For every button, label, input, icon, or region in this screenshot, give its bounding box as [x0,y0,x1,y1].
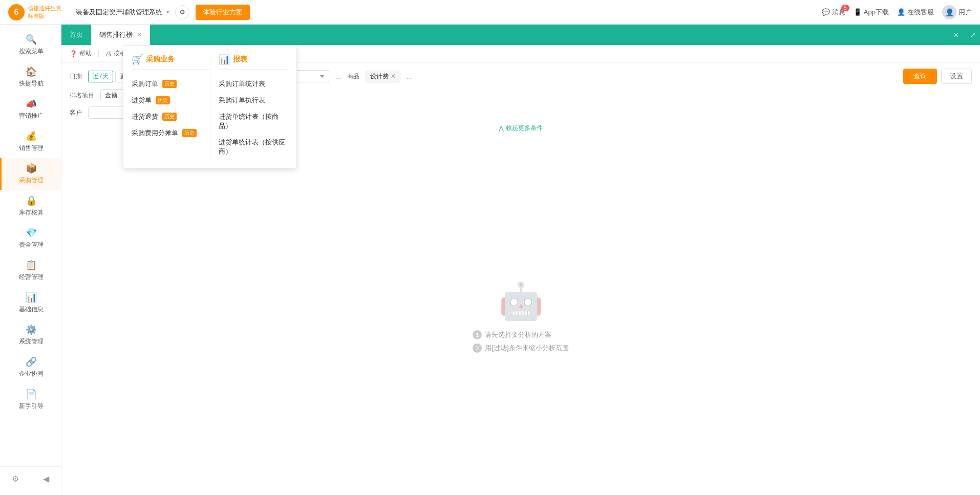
sidebar-settings-btn[interactable]: ⚙ [9,471,22,487]
sidebar-item-enterprise[interactable]: 🔗 企业协同 [0,351,61,383]
purchase-dropdown-menu: 🛒 采购业务 采购订单 历史 进货单 历史 进货退货 历史 [123,45,297,168]
goods-tag: 设计费 ✕ [366,71,400,82]
sidebar-item-finance[interactable]: 💎 资金管理 [0,222,61,254]
basic-info-icon: 📊 [26,292,37,303]
main-layout: 🔍 搜索菜单 🏠 快捷导航 📣 营销推广 💰 销售管理 📦 采购管理 🔒 库存核… [0,25,980,495]
collapse-up-icon: ⋀ [499,125,504,132]
topbar-right: 💬 消息 5 📱 App下载 👤 在线客服 👤 用户 [822,5,972,19]
help-icon: ❓ [70,50,77,57]
tab-sales-ranking[interactable]: 销售排行榜 ✕ [91,25,150,45]
help-btn[interactable]: ❓ 帮助 [70,49,92,58]
dropdown-item-report4[interactable]: 进货单统计表（按供应商） [219,134,288,160]
sales-icon: 💰 [26,131,37,142]
content-area: 首页 销售排行榜 ✕ ✕ ⤢ ❓ 帮助 | 🖨 按模板打印 ▾ | ⬆ [61,25,980,495]
dropdown-col-report: 📊 报表 采购订单统计表 采购订单执行表 进货单统计表（按商品） 进货单统计表（… [210,54,288,160]
goods-tag-close-btn[interactable]: ✕ [391,73,396,80]
logo-area: 6 畅捷通好生意 标准版 [8,4,70,20]
dropdown-col-purchase: 🛒 采购业务 采购订单 历史 进货单 历史 进货退货 历史 [132,54,210,160]
online-service-btn[interactable]: 👤 在线客服 [897,8,934,17]
report-col-icon: 📊 [219,54,230,65]
user-btn[interactable]: 👤 用户 [942,5,972,19]
sidebar-item-newbie[interactable]: 📄 新手引导 [0,383,61,416]
operations-icon: 📋 [26,260,37,271]
hint-1: 1 请先选择要分析的方案 [473,328,568,341]
set-btn[interactable]: 设置 [941,69,972,84]
topbar: 6 畅捷通好生意 标准版 装备及固定资产辅助管理系统 ▾ ⚙ 体验行业方案 💬 … [0,0,980,25]
history-badge-2: 历史 [162,113,177,121]
purchase-icon: 📦 [26,163,37,174]
customer-label: 客户 [70,109,82,117]
system-title: 装备及固定资产辅助管理系统 ▾ [76,8,169,17]
empty-illustration: 🤖 [499,280,543,322]
inventory-icon: 🔒 [26,195,37,206]
dropdown-item-report1[interactable]: 采购订单统计表 [219,76,288,92]
system-icon: ⚙️ [26,324,37,335]
dropdown-col2-title: 📊 报表 [219,54,288,70]
hint-2: 2 用[过滤]条件来缩小分析范围 [473,341,568,355]
date-label: 日期 [70,72,82,81]
sidebar-item-system[interactable]: ⚙️ 系统管理 [0,319,61,351]
finance-icon: 💎 [26,227,37,239]
tab-home[interactable]: 首页 [61,25,91,45]
search-icon: 🔍 [26,34,37,45]
message-badge: 5 [841,5,849,11]
sidebar-bottom: ⚙ ◀ [0,466,61,491]
dropdown-item-report3[interactable]: 进货单统计表（按商品） [219,109,288,134]
filter-actions: 查询 设置 [903,69,972,84]
sidebar-item-operations[interactable]: 📋 经营管理 [0,254,61,287]
dropdown-item-purchase-order[interactable]: 采购订单 历史 [132,76,210,92]
sidebar-item-purchase[interactable]: 📦 采购管理 [0,158,61,190]
sidebar-collapse-btn[interactable]: ◀ [40,471,52,487]
dropdown-col1-title: 🛒 采购业务 [132,54,210,70]
sidebar-item-inventory[interactable]: 🔒 库存核算 [0,190,61,222]
industry-btn[interactable]: 体验行业方案 [196,5,250,20]
logo-text: 畅捷通好生意 标准版 [28,5,61,19]
tab-bar: 首页 销售排行榜 ✕ ✕ ⤢ [61,25,980,45]
dropdown-item-report2[interactable]: 采购订单执行表 [219,92,288,109]
phone-icon: 📱 [854,8,862,16]
sidebar-item-search[interactable]: 🔍 搜索菜单 [0,29,61,61]
avatar: 👤 [942,5,956,19]
history-badge-1: 历史 [156,96,170,104]
service-icon: 👤 [897,8,905,16]
app-download-btn[interactable]: 📱 App下载 [854,8,889,17]
sidebar-item-basic-info[interactable]: 📊 基础信息 [0,287,61,319]
logo-icon: 6 [8,4,25,20]
system-title-text: 装备及固定资产辅助管理系统 [76,8,162,17]
print-icon: 🖨 [105,50,112,57]
voucher-status-more[interactable]: ... [335,73,341,80]
dropdown-grid: 🛒 采购业务 采购订单 历史 进货单 历史 进货退货 历史 [132,54,288,160]
tab-close-btn[interactable]: ✕ [137,31,142,38]
empty-state: 🤖 1 请先选择要分析的方案 2 用[过滤]条件来缩小分析范围 [61,139,980,495]
message-icon: 💬 [822,8,830,16]
dropdown-item-return[interactable]: 进货退货 历史 [132,109,210,125]
goods-label: 商品 [347,72,359,81]
message-btn[interactable]: 💬 消息 5 [822,8,845,17]
query-btn[interactable]: 查询 [903,69,937,84]
chip-7days[interactable]: 近7天 [88,71,113,82]
history-badge-0: 历史 [162,80,177,88]
sidebar-item-quick-nav[interactable]: 🏠 快捷导航 [0,61,61,93]
tab-maximize-btn[interactable]: ⤢ [966,25,980,45]
sidebar-item-sales[interactable]: 💰 销售管理 [0,125,61,158]
history-badge-3: 历史 [182,129,197,137]
dropdown-item-inbound[interactable]: 进货单 历史 [132,92,210,109]
newbie-icon: 📄 [26,389,37,400]
toolbar-divider-1: | [98,50,99,57]
purchase-col-icon: 🛒 [132,54,143,65]
home-icon: 🏠 [26,66,37,77]
sidebar-item-marketing[interactable]: 📣 营销推广 [0,93,61,125]
rank-label: 排名项目 [70,91,94,100]
sidebar: 🔍 搜索菜单 🏠 快捷导航 📣 营销推广 💰 销售管理 📦 采购管理 🔒 库存核… [0,25,61,495]
settings-icon-btn[interactable]: ⚙ [175,5,189,19]
enterprise-icon: 🔗 [26,356,37,368]
dropdown-item-cost[interactable]: 采购费用分摊单 历史 [132,125,210,141]
system-dropdown-arrow[interactable]: ▾ [166,9,169,15]
goods-more[interactable]: ... [407,73,412,80]
tab-close-global-btn[interactable]: ✕ [946,25,966,45]
marketing-icon: 📣 [26,98,37,110]
empty-hints: 1 请先选择要分析的方案 2 用[过滤]条件来缩小分析范围 [473,328,568,355]
